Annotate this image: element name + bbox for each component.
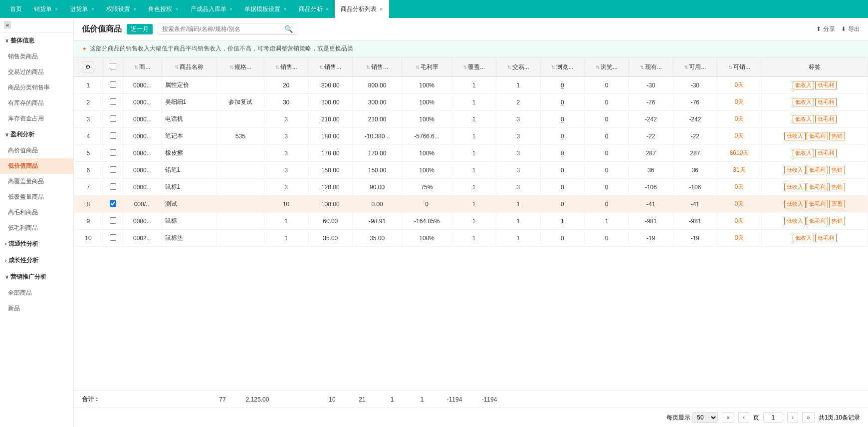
row-checkbox[interactable]	[110, 132, 116, 139]
sidebar-item-low-margin[interactable]: 低毛利商品	[0, 220, 73, 236]
sidebar-item-category-sales-rate[interactable]: 商品分类销售率	[0, 80, 73, 95]
prev-page-button[interactable]: ‹	[738, 412, 749, 423]
close-permissions-icon[interactable]: ×	[133, 6, 136, 12]
col-sales-qty[interactable]: 销售...	[264, 57, 308, 77]
tag-badge: 低收入	[793, 234, 814, 242]
close-product-analysis-icon[interactable]: ×	[326, 6, 329, 12]
close-sales-order-icon[interactable]: ×	[55, 6, 58, 12]
select-all-checkbox[interactable]	[110, 63, 116, 69]
close-production-icon[interactable]: ×	[229, 6, 232, 12]
sidebar-item-all-products[interactable]: 全部商品	[0, 285, 73, 301]
views1-link[interactable]: 0	[561, 235, 564, 242]
row-checkbox-cell	[103, 94, 123, 111]
last-page-button[interactable]: »	[802, 412, 815, 423]
nav-sales-order[interactable]: 销货单 ×	[28, 0, 64, 18]
sidebar-section-circulation[interactable]: › 流通性分析	[0, 236, 73, 252]
close-list-icon[interactable]: ×	[380, 6, 383, 12]
close-role-auth-icon[interactable]: ×	[175, 6, 178, 12]
col-coverage[interactable]: 覆盖...	[452, 57, 496, 77]
first-page-button[interactable]: «	[722, 412, 734, 423]
close-purchase-order-icon[interactable]: ×	[91, 6, 94, 12]
page-number-input[interactable]	[763, 413, 783, 423]
nav-permissions[interactable]: 权限设置 ×	[100, 0, 142, 18]
share-button[interactable]: ⬆ 分享	[816, 25, 835, 33]
table-row: 8 000/... 测试 10 100.00 0.00 0 1 1 0 0 -4…	[74, 196, 868, 213]
col-name[interactable]: 商品名称	[162, 57, 217, 77]
views1-link[interactable]: 0	[561, 116, 564, 123]
col-tags: 标签	[761, 57, 868, 77]
nav-home[interactable]: 首页	[4, 0, 28, 18]
sidebar-section-growth[interactable]: › 成长性分析	[0, 252, 73, 269]
sidebar-item-stocked-products[interactable]: 有库存的商品	[0, 95, 73, 111]
row-name: 吴细细1	[162, 94, 217, 111]
row-checkbox[interactable]	[110, 234, 116, 241]
row-trade-count: 1	[496, 196, 540, 213]
nav-purchase-order[interactable]: 进货单 ×	[64, 0, 100, 18]
col-spec[interactable]: 规格...	[217, 57, 264, 77]
nav-production-warehouse[interactable]: 产成品入库单 ×	[185, 0, 238, 18]
views1-link[interactable]: 0	[561, 150, 564, 157]
col-trade-count[interactable]: 交易...	[496, 57, 540, 77]
sidebar-section-overview[interactable]: ∨ 整体信息	[0, 32, 73, 49]
row-checkbox[interactable]	[110, 115, 116, 122]
col-available[interactable]: 可用...	[673, 57, 717, 77]
nav-product-analysis[interactable]: 商品分析 ×	[293, 0, 335, 18]
page-size-label: 每页显示	[666, 414, 690, 422]
search-icon[interactable]: 🔍	[284, 25, 293, 33]
col-views1[interactable]: 浏览...	[540, 57, 585, 77]
row-gross-margin: 0	[402, 196, 452, 213]
views1-link[interactable]: 1	[561, 218, 564, 225]
sidebar-item-traded-products[interactable]: 交易过的商品	[0, 64, 73, 80]
next-page-button[interactable]: ›	[787, 412, 798, 423]
sidebar-section-profit[interactable]: ∨ 盈利分析	[0, 126, 73, 143]
sidebar-item-high-margin[interactable]: 高毛利商品	[0, 205, 73, 220]
column-settings-button[interactable]: ⚙	[82, 61, 94, 72]
table-row: 4 0000... 笔记本 535 3 180.00 -10,380... -5…	[74, 128, 868, 145]
sidebar-item-new-products[interactable]: 新品	[0, 301, 73, 316]
sidebar-item-high-coverage[interactable]: 高覆盖量商品	[0, 174, 73, 189]
filter-tag[interactable]: 近一月	[127, 24, 153, 34]
col-settings[interactable]: ⚙	[74, 57, 103, 77]
row-checkbox[interactable]	[110, 98, 116, 105]
page-size-select[interactable]: 50 100	[692, 412, 718, 423]
col-sales-amount[interactable]: 销售...	[308, 57, 353, 77]
col-current-stock[interactable]: 现有...	[629, 57, 673, 77]
row-checkbox[interactable]	[110, 200, 116, 207]
nav-template-settings[interactable]: 单据模板设置 ×	[238, 0, 292, 18]
row-checkbox[interactable]	[110, 149, 116, 156]
nav-role-auth[interactable]: 角色授权 ×	[142, 0, 184, 18]
sidebar-item-low-value[interactable]: 低价值商品	[0, 158, 73, 174]
sidebar-item-low-coverage[interactable]: 低覆盖量商品	[0, 189, 73, 205]
views1-link[interactable]: 0	[561, 82, 564, 89]
col-saleable[interactable]: 可销...	[717, 57, 762, 77]
row-spec	[217, 162, 264, 179]
search-input[interactable]	[162, 25, 281, 32]
tag-badge: 低收入	[784, 132, 806, 140]
views1-link[interactable]: 0	[561, 167, 564, 174]
row-checkbox[interactable]	[110, 183, 116, 190]
row-coverage: 1	[452, 196, 496, 213]
row-available: -41	[673, 196, 717, 213]
tag-badge: 低收入	[793, 115, 814, 123]
sidebar-item-sales-products[interactable]: 销售类商品	[0, 49, 73, 64]
sidebar-section-marketing[interactable]: ∨ 营销推广分析	[0, 269, 73, 285]
sidebar-item-inventory-capital[interactable]: 库存资金占用	[0, 111, 73, 126]
views1-link[interactable]: 0	[561, 99, 564, 106]
views1-link[interactable]: 0	[561, 133, 564, 140]
col-code[interactable]: 商...	[123, 57, 162, 77]
views1-link[interactable]: 0	[561, 201, 564, 208]
views1-link[interactable]: 0	[561, 184, 564, 191]
col-gross-margin[interactable]: 毛利率	[402, 57, 452, 77]
col-views2[interactable]: 浏览...	[585, 57, 629, 77]
row-sales-cost: 800.00	[353, 77, 402, 94]
nav-product-analysis-list[interactable]: 商品分析列表 ×	[335, 0, 389, 18]
row-code: 0000...	[123, 179, 162, 196]
row-checkbox[interactable]	[110, 166, 116, 173]
sidebar-item-high-value[interactable]: 高价值商品	[0, 143, 73, 158]
row-checkbox[interactable]	[110, 81, 116, 88]
col-sales-cost[interactable]: 销售...	[353, 57, 402, 77]
row-checkbox[interactable]	[110, 217, 116, 224]
export-button[interactable]: ⬇ 导出	[841, 25, 860, 33]
close-template-icon[interactable]: ×	[283, 6, 286, 12]
sidebar-collapse-button[interactable]: «	[4, 21, 11, 29]
